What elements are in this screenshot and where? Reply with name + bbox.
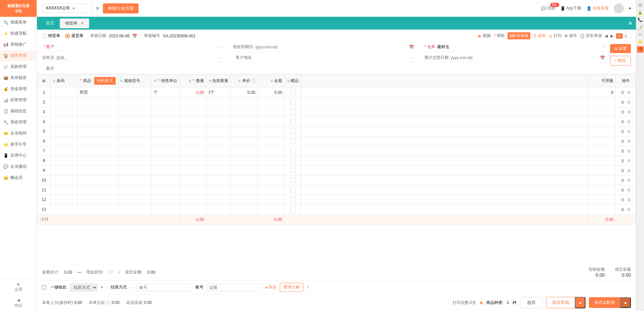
view-list-icon[interactable]: ≡: [616, 33, 623, 39]
cell-qty[interactable]: [179, 185, 206, 195]
account-number-input[interactable]: [137, 284, 192, 291]
sidebar-item-purchase-mgmt[interactable]: 🛒 采购管理: [0, 61, 37, 72]
return-order-radio[interactable]: 退货单: [65, 33, 83, 39]
avatar[interactable]: [614, 3, 624, 13]
right-panel-btn-3[interactable]: 📞: [637, 16, 644, 23]
delete-row-icon[interactable]: 🗑: [621, 129, 625, 134]
payment-method-dropdown-icon[interactable]: ▾: [101, 285, 103, 290]
delete-row-icon[interactable]: 🗑: [621, 149, 625, 153]
sidebar-item-search[interactable]: 🔍 搜索菜单: [0, 17, 37, 28]
cell-price[interactable]: [231, 185, 258, 195]
delete-row-icon[interactable]: 🗑: [621, 188, 625, 192]
cell-price[interactable]: [231, 107, 258, 117]
copy-row-icon[interactable]: ⧉: [628, 197, 631, 202]
cell-qty[interactable]: [179, 176, 206, 185]
scan-input-button[interactable]: 扫码录入: [94, 77, 116, 85]
cell-amount[interactable]: [258, 137, 285, 146]
cell-price[interactable]: [231, 205, 258, 215]
sort-gift[interactable]: ⇅: [287, 79, 290, 83]
cell-product[interactable]: 拆货: [78, 87, 118, 98]
gift-checkbox[interactable]: [290, 90, 296, 95]
cell-qty[interactable]: [179, 107, 206, 117]
right-panel-btn-7[interactable]: 🎁: [637, 46, 644, 53]
cell-gift[interactable]: [285, 87, 301, 98]
payment-dots-btn[interactable]: ···: [130, 285, 134, 290]
history-btn[interactable]: 📋 历史单据: [580, 33, 602, 39]
cell-unit[interactable]: [152, 127, 179, 137]
warehouse-dots-btn[interactable]: ···: [602, 45, 605, 49]
right-panel-btn-1[interactable]: ⊞: [637, 2, 644, 8]
cell-barcode[interactable]: [51, 195, 78, 205]
cell-barcode[interactable]: [51, 98, 78, 107]
cell-spec[interactable]: [118, 185, 152, 195]
cell-pack-qty[interactable]: [206, 205, 230, 215]
delete-row-icon[interactable]: 🗑: [621, 90, 625, 95]
cell-barcode[interactable]: [51, 137, 78, 146]
cell-unit[interactable]: [152, 195, 179, 205]
cell-amount[interactable]: 0.00: [258, 87, 285, 98]
sidebar-item-new-guide[interactable]: 🌟 新手引导: [0, 139, 37, 150]
cell-pack-qty[interactable]: 1个: [206, 87, 230, 98]
gift-checkbox[interactable]: [290, 139, 296, 144]
cell-pack-qty[interactable]: [206, 137, 230, 146]
cell-unit[interactable]: [152, 107, 179, 117]
payment-method-select[interactable]: 结算方式: [70, 283, 98, 291]
cell-barcode[interactable]: [51, 117, 78, 127]
payment-due-calendar-icon[interactable]: 📅: [409, 45, 414, 49]
cell-product[interactable]: [78, 166, 118, 176]
cell-price[interactable]: [231, 166, 258, 176]
cell-qty[interactable]: -1.00: [179, 87, 206, 98]
cell-barcode[interactable]: [51, 176, 78, 185]
payment-amount-input[interactable]: [207, 284, 262, 291]
cell-price[interactable]: [231, 176, 258, 185]
gift-checkbox[interactable]: [290, 100, 296, 105]
gift-checkbox[interactable]: [290, 129, 296, 134]
copy-row-icon[interactable]: ⧉: [628, 110, 631, 114]
copy-row-icon[interactable]: ⧉: [628, 129, 631, 134]
sort-price[interactable]: ⇅: [238, 79, 241, 83]
cell-price[interactable]: [231, 195, 258, 205]
cell-qty[interactable]: [179, 127, 206, 137]
sort-unit[interactable]: ⇅: [154, 79, 156, 83]
customer-addr-input[interactable]: [254, 55, 408, 60]
cell-gift[interactable]: [285, 176, 301, 185]
cell-spec[interactable]: [118, 117, 152, 127]
cell-qty[interactable]: [179, 205, 206, 215]
cell-gift[interactable]: [285, 137, 301, 146]
cell-unit[interactable]: [152, 185, 179, 195]
product-type-radio-icon[interactable]: ◉: [480, 300, 483, 305]
cell-barcode[interactable]: [51, 127, 78, 137]
cell-pack-qty[interactable]: [206, 98, 230, 107]
sidebar-item-sales-mgmt[interactable]: 🏠 销售管理: [0, 50, 37, 61]
cell-spec[interactable]: [118, 127, 152, 137]
cell-gift[interactable]: [285, 156, 301, 166]
cell-spec[interactable]: [118, 156, 152, 166]
cell-amount[interactable]: [258, 146, 285, 156]
delete-row-icon[interactable]: 🗑: [621, 158, 625, 163]
cell-product[interactable]: [78, 205, 118, 215]
cell-barcode[interactable]: [51, 166, 78, 176]
gift-checkbox[interactable]: [290, 168, 296, 173]
video-btn[interactable]: ▶ 视频: [479, 33, 491, 39]
cell-amount[interactable]: [258, 205, 285, 215]
cell-price[interactable]: [231, 137, 258, 146]
cell-amount[interactable]: [258, 176, 285, 185]
right-panel-btn-4[interactable]: 📝: [637, 24, 644, 31]
th-settings[interactable]: ⚙: [37, 75, 51, 87]
delete-row-icon[interactable]: 🗑: [621, 178, 625, 183]
sidebar-item-system-mgmt[interactable]: 🔧 系统管理: [0, 117, 37, 128]
cell-pack-qty[interactable]: [206, 107, 230, 117]
sidebar-item-enterprise[interactable]: 🤝 企业协同: [0, 128, 37, 139]
gift-checkbox[interactable]: [290, 178, 296, 183]
gift-checkbox[interactable]: [290, 119, 296, 124]
cell-price[interactable]: [231, 146, 258, 156]
cell-unit[interactable]: [152, 176, 179, 185]
salesperson-dots-btn[interactable]: ···: [219, 55, 223, 60]
cell-spec[interactable]: [118, 166, 152, 176]
tab-home[interactable]: 首页: [40, 18, 60, 28]
cell-product[interactable]: [78, 185, 118, 195]
cell-spec[interactable]: [118, 137, 152, 146]
cell-product[interactable]: [78, 98, 118, 107]
sort-barcode[interactable]: ⇅: [53, 79, 55, 83]
copy-row-icon[interactable]: ⧉: [628, 158, 631, 163]
